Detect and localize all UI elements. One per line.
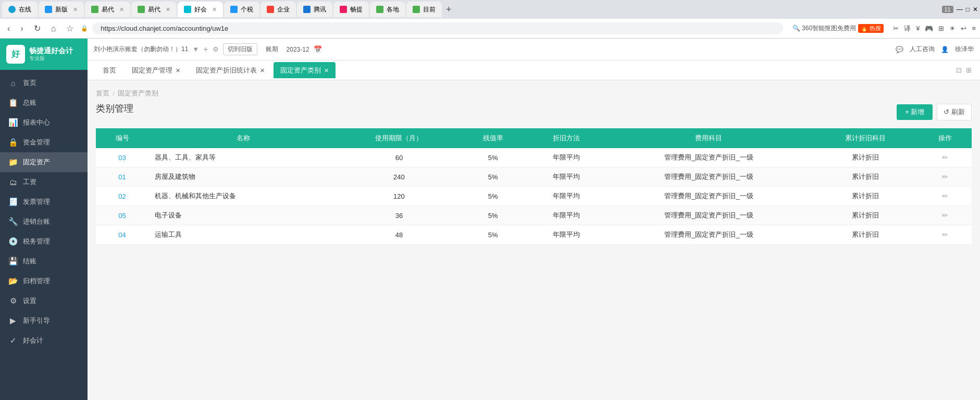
browser-tab-8[interactable]: 畅提 xyxy=(333,2,369,17)
undo-icon[interactable]: ↩ xyxy=(961,25,966,32)
tab-close-2[interactable]: ✕ xyxy=(119,6,124,13)
cell-operation-3: ✏ xyxy=(919,206,972,225)
home-button[interactable]: ⌂ xyxy=(48,23,59,34)
grid-icon[interactable]: ⊞ xyxy=(938,25,944,32)
edit-icon-1[interactable]: ✏ xyxy=(942,173,948,181)
browser-tab-7[interactable]: 腾讯 xyxy=(297,2,332,17)
close-tab-depreciation-table[interactable]: ✕ xyxy=(260,67,265,74)
cell-residual-rate-0: 5% xyxy=(460,148,526,167)
page-tab-fixed-asset-category[interactable]: 固定资产类别 ✕ xyxy=(274,62,336,78)
game-icon[interactable]: 🎮 xyxy=(925,25,933,32)
tab-close-1[interactable]: ✕ xyxy=(73,6,78,13)
cell-name-1: 房屋及建筑物 xyxy=(148,167,338,187)
sidebar-item-more[interactable]: ✓ 好会计 xyxy=(0,331,88,350)
cell-code-0[interactable]: 03 xyxy=(96,148,148,167)
page-tab-home[interactable]: 首页 xyxy=(96,62,123,78)
tab-count-badge: 11 xyxy=(942,6,953,13)
sidebar-label-checkout: 结账 xyxy=(23,257,36,266)
edit-icon-0[interactable]: ✏ xyxy=(942,153,948,162)
dropdown-icon[interactable]: ▼ xyxy=(192,45,199,53)
cell-code-1[interactable]: 01 xyxy=(96,167,148,187)
page-tab-fixed-asset-mgmt[interactable]: 固定资产管理 ✕ xyxy=(125,62,187,78)
breadcrumb-sep: / xyxy=(113,90,115,98)
bookmark-button[interactable]: ☆ xyxy=(63,22,77,34)
edit-icon-2[interactable]: ✏ xyxy=(942,192,948,200)
close-tab-fixed-asset-mgmt[interactable]: ✕ xyxy=(176,67,180,74)
add-button[interactable]: + 新增 xyxy=(897,104,933,120)
cell-expense-subject-0: 管理费用_固定资产折旧_一级 xyxy=(606,148,812,167)
breadcrumb-home[interactable]: 首页 xyxy=(96,89,109,98)
browser-tab-10[interactable]: 目前 xyxy=(406,2,442,17)
sidebar-item-checkout[interactable]: 💾 结账 xyxy=(0,251,88,271)
logo-sub: 专业版 xyxy=(29,55,73,62)
calendar-icon[interactable]: 📅 xyxy=(314,45,322,53)
browser-tab-0[interactable]: 在线 xyxy=(2,2,38,17)
back-button[interactable]: ‹ xyxy=(4,23,13,34)
col-header-period: 使用期限（月） xyxy=(339,128,460,148)
cell-code-3[interactable]: 05 xyxy=(96,206,148,225)
sidebar-item-invoice[interactable]: 🧾 发票管理 xyxy=(0,192,88,212)
consult-label[interactable]: 人工咨询 xyxy=(910,45,935,54)
brightness-icon[interactable]: ☀ xyxy=(949,25,956,32)
sidebar-item-settings[interactable]: ⚙ 设置 xyxy=(0,291,88,311)
reload-button[interactable]: ↻ xyxy=(31,22,44,34)
page-tab-depreciation-table[interactable]: 固定资产折旧统计表 ✕ xyxy=(189,62,271,78)
settings-gear-icon[interactable]: ⚙ xyxy=(213,45,219,53)
cell-depreciation-method-3: 年限平均 xyxy=(526,206,606,225)
user-avatar-icon: 👤 xyxy=(941,46,949,53)
browser-tab-3[interactable]: 易代 ✕ xyxy=(131,2,177,17)
currency-icon[interactable]: ¥ xyxy=(916,25,920,32)
refresh-button[interactable]: ↺ 刷新 xyxy=(937,104,972,120)
cell-period-0: 60 xyxy=(339,148,460,167)
cell-code-4[interactable]: 04 xyxy=(96,225,148,245)
breadcrumb-current: 固定资产类别 xyxy=(118,89,158,98)
menu-icon[interactable]: ≡ xyxy=(972,25,976,32)
scissors-icon[interactable]: ✂ xyxy=(893,25,899,32)
cell-code-2[interactable]: 02 xyxy=(96,187,148,206)
forward-button[interactable]: › xyxy=(17,23,26,34)
browser-tab-6[interactable]: 企业 xyxy=(260,2,296,17)
sidebar-item-ledger[interactable]: 📋 总账 xyxy=(0,93,88,113)
minimize-icon[interactable]: — xyxy=(957,6,963,13)
sidebar-label-archive: 归档管理 xyxy=(23,276,50,286)
close-tab-fixed-asset-category[interactable]: ✕ xyxy=(324,67,329,74)
user-name: 徐泽华 xyxy=(955,45,974,54)
close-icon[interactable]: ✕ xyxy=(973,6,978,13)
edit-icon-4[interactable]: ✏ xyxy=(942,231,948,239)
user-company: 刘小艳演示账套（勿删勿动！）11 xyxy=(94,45,188,54)
reports-icon: 📊 xyxy=(8,118,18,127)
browser-tab-5[interactable]: 个税 xyxy=(224,2,259,17)
window-expand-icon[interactable]: ⊞ xyxy=(966,66,972,74)
sidebar-item-fixed-assets[interactable]: 📁 固定资产 xyxy=(0,152,88,172)
sidebar-item-salary[interactable]: 🗂 工资 xyxy=(0,172,88,192)
sidebar-item-funds[interactable]: 🔒 资金管理 xyxy=(0,132,88,152)
add-account-icon[interactable]: + xyxy=(203,45,208,54)
sidebar-item-reports[interactable]: 📊 报表中心 xyxy=(0,113,88,132)
browser-tab-2[interactable]: 易代 ✕ xyxy=(85,2,130,17)
tab-close-4[interactable]: ✕ xyxy=(212,6,217,13)
browser-tab-9[interactable]: 各地 xyxy=(370,2,405,17)
cell-period-4: 48 xyxy=(339,225,460,245)
browser-tab-4[interactable]: 好会 ✕ xyxy=(178,2,223,17)
cell-depreciation-method-0: 年限平均 xyxy=(526,148,606,167)
sidebar-label-ledger: 总账 xyxy=(23,98,36,107)
switch-version-button[interactable]: 切到旧版 xyxy=(223,43,257,55)
window-restore-icon[interactable]: ⊡ xyxy=(956,66,962,74)
sidebar-item-purchase-sales[interactable]: 🔧 进销台账 xyxy=(0,212,88,232)
maximize-icon[interactable]: □ xyxy=(966,6,970,13)
tab-close-3[interactable]: ✕ xyxy=(166,6,170,13)
translate-icon[interactable]: 译 xyxy=(904,24,911,33)
page-tab-fixed-asset-category-label: 固定资产类别 xyxy=(280,66,321,75)
browser-tab-1[interactable]: 新版 ✕ xyxy=(39,2,84,17)
cell-expense-subject-1: 管理费用_固定资产折旧_一级 xyxy=(606,167,812,187)
sidebar-item-tax[interactable]: 💿 税务管理 xyxy=(0,232,88,251)
sidebar-item-guide[interactable]: ▶ 新手引导 xyxy=(0,311,88,331)
sidebar-item-archive[interactable]: 📂 归档管理 xyxy=(0,271,88,291)
browser-chrome: 在线 新版 ✕ 易代 ✕ 易代 ✕ 好会 ✕ 个税 企业 xyxy=(0,0,980,39)
new-tab-button[interactable]: + xyxy=(443,4,455,15)
edit-icon-3[interactable]: ✏ xyxy=(942,211,948,220)
sidebar-item-home[interactable]: ⌂ 首页 xyxy=(0,73,88,93)
address-input[interactable] xyxy=(92,22,783,34)
col-header-accumulated-subject: 累计折旧科目 xyxy=(811,128,919,148)
table-row: 03 器具、工具、家具等 60 5% 年限平均 管理费用_固定资产折旧_一级 累… xyxy=(96,148,972,167)
